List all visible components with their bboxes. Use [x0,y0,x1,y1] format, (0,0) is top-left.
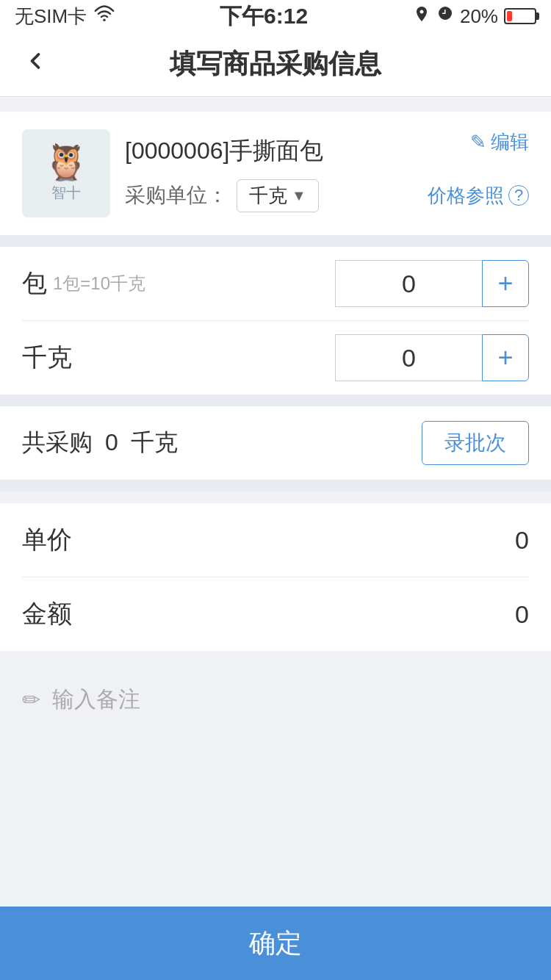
product-owl-icon: 🦉 [44,145,88,180]
unit-select[interactable]: 千克 ▼ [237,179,319,212]
purchase-unit-label: 采购单位： [125,181,228,209]
kg-plus-button[interactable]: + [482,334,529,381]
pencil-icon: ✏ [22,687,40,713]
status-time: 下午6:12 [220,1,308,32]
pack-input[interactable] [335,260,482,307]
status-carrier: 无SIM卡 [15,4,115,29]
status-bar: 无SIM卡 下午6:12 20% [0,0,551,32]
pack-sub-label: 1包=10千克 [53,272,145,295]
summary-unit: 千克 [131,429,178,455]
divider-1 [0,235,551,247]
confirm-button[interactable]: 确定 [0,907,551,980]
summary-row: 共采购 0 千克 录批次 [0,406,551,480]
batch-button[interactable]: 录批次 [422,421,529,465]
edit-icon: ✎ [470,131,486,154]
location-icon [413,5,431,28]
nav-bar: 填写商品采购信息 [0,32,551,97]
unit-dropdown-arrow: ▼ [292,187,306,204]
battery-text: 20% [460,5,498,28]
carrier-text: 无SIM卡 [15,4,87,29]
info-section: 单价 0 金额 0 [0,503,551,651]
svg-point-0 [103,18,106,21]
alarm-icon [436,5,454,28]
summary-prefix: 共采购 [22,429,93,455]
product-card: 🦉 智十 [0000006]手撕面包 ✎ 编辑 采购单位： 千克 ▼ [0,112,551,235]
summary-value: 0 [105,429,118,455]
back-button[interactable] [22,48,48,81]
amount-value: 0 [515,600,529,629]
pack-input-row: 包 1包=10千克 + [0,247,551,320]
product-name: [0000006]手撕面包 [125,135,323,167]
purchase-unit-row: 采购单位： 千克 ▼ [125,179,319,212]
summary-text: 共采购 0 千克 [22,427,178,459]
kg-input-row: 千克 + [0,321,551,394]
pack-plus-button[interactable]: + [482,260,529,307]
status-right: 20% [413,5,536,28]
amount-label: 金额 [22,597,72,631]
kg-label: 千克 [22,341,72,375]
price-value: 0 [515,526,529,555]
unit-value: 千克 [249,183,287,209]
notes-placeholder: 输入备注 [52,685,140,715]
divider-3 [0,480,551,491]
kg-input[interactable] [335,334,482,381]
battery-icon [504,8,536,24]
edit-button[interactable]: ✎ 编辑 [470,129,529,155]
price-ref-help-icon: ? [508,185,529,206]
pack-input-wrap: + [335,260,529,307]
wifi-icon [94,4,115,29]
input-section: 包 1包=10千克 + 千克 + [0,247,551,394]
price-label: 单价 [22,523,72,557]
price-ref-label: 价格参照 [428,183,504,209]
notes-section[interactable]: ✏ 输入备注 [0,663,551,737]
pack-label: 包 [22,267,47,300]
confirm-label: 确定 [249,926,302,962]
page-title: 填写商品采购信息 [170,46,381,82]
price-ref-button[interactable]: 价格参照 ? [428,183,529,209]
amount-row: 金额 0 [0,577,551,651]
product-info: [0000006]手撕面包 ✎ 编辑 采购单位： 千克 ▼ 价格参照 ? [125,135,529,212]
kg-input-wrap: + [335,334,529,381]
product-brand-text: 智十 [51,183,81,203]
product-image: 🦉 智十 [22,129,110,217]
price-row: 单价 0 [0,503,551,577]
divider-2 [0,394,551,406]
